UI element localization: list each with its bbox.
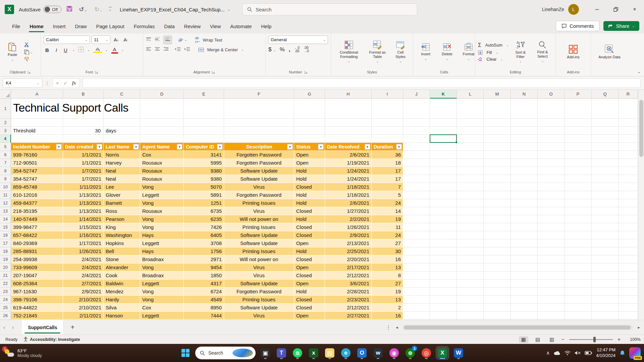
cell-C13[interactable]: Ross: [104, 207, 140, 215]
column-header-L[interactable]: L: [457, 90, 484, 99]
cell-L17[interactable]: [457, 239, 484, 247]
cell-J1[interactable]: [403, 99, 430, 119]
file-explorer-icon[interactable]: ▤: [323, 347, 336, 359]
cell-I2[interactable]: [372, 119, 403, 127]
cell-P1[interactable]: [565, 99, 592, 119]
cell-M9[interactable]: [484, 175, 511, 183]
cell-Q17[interactable]: [592, 239, 619, 247]
cell-D23[interactable]: Vong: [140, 288, 184, 296]
cell-I8[interactable]: 17: [372, 167, 403, 175]
notification-bell-icon[interactable]: [620, 350, 625, 356]
insert-function-button[interactable]: fx: [72, 80, 76, 86]
cell-O6[interactable]: [538, 151, 565, 159]
cell-I14[interactable]: 19: [372, 215, 403, 223]
cell-O11[interactable]: [538, 191, 565, 199]
cell-B9[interactable]: 1/7/2021: [63, 175, 104, 183]
cell-C8[interactable]: Neal: [104, 167, 140, 175]
row-header-14[interactable]: 14: [0, 215, 11, 223]
tab-data[interactable]: Data: [159, 19, 179, 34]
cell-B13[interactable]: 1/13/2021: [63, 207, 104, 215]
borders-chevron-icon[interactable]: ⌄: [87, 48, 90, 52]
cell-P7[interactable]: [565, 159, 592, 167]
cell-Q14[interactable]: [592, 215, 619, 223]
cell-F21[interactable]: Virus: [224, 272, 294, 280]
cell-H21[interactable]: 2/12/2021: [325, 272, 372, 280]
cell-E13[interactable]: 6735: [184, 207, 224, 215]
decrease-decimal-button[interactable]: .00→0: [304, 46, 309, 53]
cell-Q24[interactable]: [592, 296, 619, 304]
cell-N16[interactable]: [511, 231, 538, 239]
autosum-button[interactable]: Σ AutoSum ⌄: [478, 42, 509, 48]
cell-I23[interactable]: 19: [372, 288, 403, 296]
cell-E12[interactable]: 1251: [184, 199, 224, 207]
cell-N21[interactable]: [511, 272, 538, 280]
cell-H8[interactable]: 1/24/2021: [325, 167, 372, 175]
filter-button[interactable]: ▾: [287, 144, 293, 149]
cell-B3[interactable]: 30: [63, 127, 104, 135]
cell-R9[interactable]: [619, 175, 638, 183]
battery-icon[interactable]: [585, 351, 592, 355]
column-header-B[interactable]: B: [63, 90, 104, 99]
cell-C16[interactable]: Washington: [104, 231, 140, 239]
paste-button[interactable]: Paste ⌄: [3, 41, 22, 63]
cell-A19[interactable]: 254-39938: [11, 255, 63, 263]
column-header-H[interactable]: H: [325, 90, 372, 99]
copy-button[interactable]: ⌄: [24, 50, 33, 55]
teams-icon[interactable]: T: [275, 347, 288, 359]
cell-N25[interactable]: [511, 304, 538, 312]
cell-A14[interactable]: 140-57449: [11, 215, 63, 223]
zoom-slider[interactable]: [569, 339, 613, 340]
cell-F10[interactable]: Virus: [224, 183, 294, 191]
cell-I19[interactable]: 16: [372, 255, 403, 263]
tab-help[interactable]: Help: [257, 19, 276, 34]
cell-J7[interactable]: [403, 159, 430, 167]
cell-P15[interactable]: [565, 223, 592, 231]
cell-O23[interactable]: [538, 288, 565, 296]
cancel-formula-button[interactable]: ×: [56, 80, 59, 86]
cell-K12[interactable]: [430, 199, 457, 207]
cell-E18[interactable]: 1756: [184, 247, 224, 255]
cell-D9[interactable]: Rousaux: [140, 175, 184, 183]
cell-G16[interactable]: Closed: [294, 231, 325, 239]
zoom-in-button[interactable]: +: [618, 337, 621, 343]
cell-O17[interactable]: [538, 239, 565, 247]
row-header-15[interactable]: 15: [0, 223, 11, 231]
cell-E3[interactable]: [184, 127, 224, 135]
cell-G25[interactable]: Closed: [294, 304, 325, 312]
number-format-select[interactable]: General⌄: [268, 36, 328, 44]
table-header-status[interactable]: Status▾: [294, 143, 325, 151]
cell-P14[interactable]: [565, 215, 592, 223]
cell-L8[interactable]: [457, 167, 484, 175]
weather-widget[interactable]: 1 63°F Mostly cloudy: [0, 348, 70, 358]
tab-insert[interactable]: Insert: [48, 19, 70, 34]
cell-C21[interactable]: Cook: [104, 272, 140, 280]
cell-R4[interactable]: [619, 135, 638, 143]
cell-B15[interactable]: 1/15/2021: [63, 223, 104, 231]
row-header-2[interactable]: 2: [0, 119, 11, 127]
cell-M17[interactable]: [484, 239, 511, 247]
zoom-slider-thumb[interactable]: [593, 337, 596, 342]
cell-K1[interactable]: [430, 99, 457, 119]
cell-D18[interactable]: Hays: [140, 247, 184, 255]
cell-R18[interactable]: [619, 247, 638, 255]
column-header-I[interactable]: I: [372, 90, 403, 99]
filter-button[interactable]: ▾: [365, 144, 370, 149]
cell-R25[interactable]: [619, 304, 638, 312]
task-view-icon[interactable]: ▣: [259, 347, 272, 359]
cell-K25[interactable]: [430, 304, 457, 312]
fill-color-chevron-icon[interactable]: ⌄: [105, 48, 108, 52]
font-color-chevron-icon[interactable]: ⌄: [121, 48, 124, 52]
tab-review[interactable]: Review: [179, 19, 205, 34]
cell-E14[interactable]: 6235: [184, 215, 224, 223]
cell-R5[interactable]: [619, 143, 638, 151]
cell-F9[interactable]: Software Update: [224, 175, 294, 183]
cell-N2[interactable]: [511, 119, 538, 127]
cell-D10[interactable]: Vong: [140, 183, 184, 191]
decrease-font-button[interactable]: Aˇ: [122, 37, 129, 43]
cell-L7[interactable]: [457, 159, 484, 167]
tab-draw[interactable]: Draw: [70, 19, 91, 34]
cut-button[interactable]: [24, 42, 33, 47]
cell-O24[interactable]: [538, 296, 565, 304]
cell-J11[interactable]: [403, 191, 430, 199]
cell-P3[interactable]: [565, 127, 592, 135]
